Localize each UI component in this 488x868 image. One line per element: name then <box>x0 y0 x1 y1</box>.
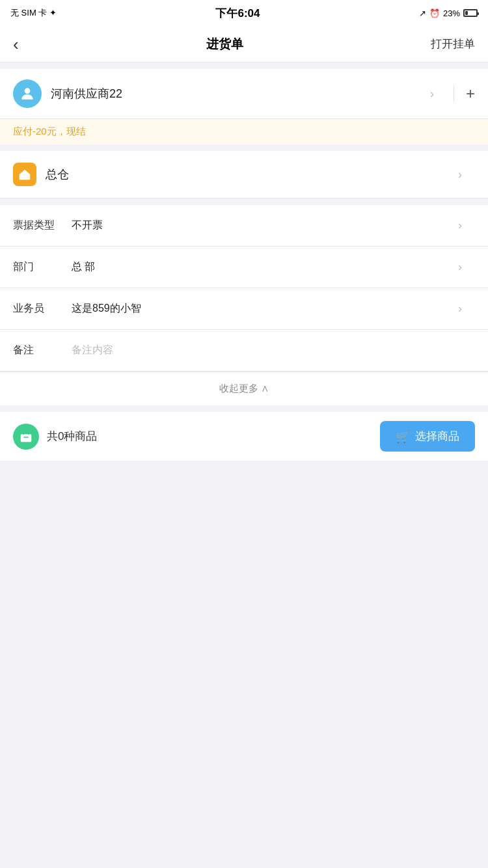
note-row[interactable]: 备注 备注内容 <box>0 330 488 372</box>
supplier-name: 河南供应商22 <box>51 86 430 102</box>
nav-bar: ‹ 进货单 打开挂单 <box>0 26 488 62</box>
form-section: 票据类型 不开票 › 部门 总 部 › 业务员 这是859的小智 › 备注 备注… <box>0 205 488 405</box>
page-title: 进货单 <box>206 36 243 53</box>
top-divider <box>0 62 488 69</box>
battery-text: 23% <box>443 8 460 18</box>
supplier-divider <box>454 86 454 102</box>
ticket-value: 不开票 <box>72 219 458 232</box>
status-right: ↗ ⏰ 23% <box>419 8 478 18</box>
status-time: 下午6:04 <box>215 6 260 21</box>
svg-rect-2 <box>21 434 32 442</box>
dept-chevron-icon: › <box>458 260 462 274</box>
divider-2 <box>0 198 488 205</box>
alarm-icon: ⏰ <box>429 8 440 18</box>
supplier-avatar <box>13 79 42 108</box>
back-button[interactable]: ‹ <box>13 36 19 53</box>
warehouse-row[interactable]: 总仓 › <box>0 151 488 198</box>
notice-bar: 应付-20元，现结 <box>0 119 488 144</box>
status-left: 无 SIM 卡 ✦ <box>10 7 57 19</box>
staff-row[interactable]: 业务员 这是859的小智 › <box>0 288 488 330</box>
product-count: 共0种商品 <box>47 429 380 444</box>
warehouse-icon <box>13 163 36 186</box>
person-icon <box>19 85 36 102</box>
location-icon: ↗ <box>419 8 426 18</box>
ticket-label: 票据类型 <box>13 219 72 232</box>
supplier-section: 河南供应商22 › + 应付-20元，现结 <box>0 69 488 144</box>
house-icon <box>18 167 32 182</box>
bottom-bar: 共0种商品 🛒 选择商品 <box>0 412 488 461</box>
warehouse-section: 总仓 › <box>0 151 488 198</box>
add-supplier-button[interactable]: + <box>466 85 475 103</box>
collapse-button[interactable]: 收起更多 ∧ <box>0 372 488 405</box>
cart-icon: 🛒 <box>396 429 410 444</box>
dept-value: 总 部 <box>72 260 458 274</box>
staff-chevron-icon: › <box>458 302 462 316</box>
notice-text: 应付-20元，现结 <box>13 126 86 137</box>
staff-value: 这是859的小智 <box>72 302 458 316</box>
supplier-row[interactable]: 河南供应商22 › + <box>0 69 488 119</box>
battery-icon <box>463 9 478 17</box>
divider-3 <box>0 405 488 412</box>
select-product-button[interactable]: 🛒 选择商品 <box>380 421 475 452</box>
page-content: 河南供应商22 › + 应付-20元，现结 总仓 › 票据类型 <box>0 62 488 868</box>
shopping-bag-icon <box>19 429 33 444</box>
svg-point-0 <box>25 88 31 94</box>
warehouse-name: 总仓 <box>46 167 458 182</box>
note-label: 备注 <box>13 344 72 357</box>
ticket-type-row[interactable]: 票据类型 不开票 › <box>0 205 488 247</box>
open-pending-button[interactable]: 打开挂单 <box>431 36 475 51</box>
product-icon <box>13 424 39 450</box>
select-btn-label: 选择商品 <box>415 429 459 444</box>
warehouse-chevron-icon: › <box>458 168 462 182</box>
ticket-chevron-icon: › <box>458 219 462 232</box>
svg-rect-1 <box>23 176 27 180</box>
status-bar: 无 SIM 卡 ✦ 下午6:04 ↗ ⏰ 23% <box>0 0 488 26</box>
supplier-chevron-icon: › <box>430 87 434 101</box>
divider-1 <box>0 144 488 151</box>
staff-label: 业务员 <box>13 302 72 316</box>
collapse-label: 收起更多 ∧ <box>219 383 269 394</box>
department-row[interactable]: 部门 总 部 › <box>0 247 488 288</box>
note-placeholder: 备注内容 <box>72 344 475 357</box>
dept-label: 部门 <box>13 260 72 274</box>
